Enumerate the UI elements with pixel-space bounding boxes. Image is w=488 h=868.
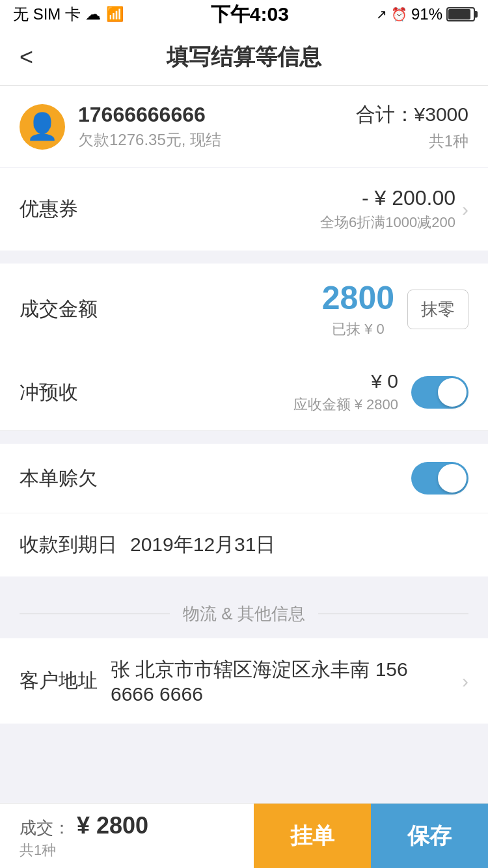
coupon-label: 优惠券 bbox=[20, 196, 78, 223]
footer-info: 成交： ¥ 2800 共1种 bbox=[0, 812, 254, 860]
battery-percent: 91% bbox=[411, 5, 442, 23]
customer-phone: 17666666666 bbox=[78, 103, 221, 127]
alarm-icon: ⏰ bbox=[391, 7, 407, 22]
credit-toggle[interactable] bbox=[411, 462, 468, 495]
customer-card: 👤 17666666666 欠款1276.35元, 现结 合计：¥3000 共1… bbox=[0, 86, 488, 167]
nav-bar: < 填写结算等信息 bbox=[0, 29, 488, 86]
wifi-icon: 📶 bbox=[106, 6, 124, 23]
no-sim-text: 无 SIM 卡 ☁ bbox=[13, 4, 101, 25]
status-left: 无 SIM 卡 ☁ 📶 bbox=[13, 4, 124, 25]
address-chevron-icon: › bbox=[462, 670, 468, 692]
customer-right: 合计：¥3000 共1种 bbox=[356, 102, 468, 152]
footer-amount: ¥ 2800 bbox=[77, 812, 148, 839]
deal-amount-value-col: 2800 已抹 ¥ 0 bbox=[322, 279, 394, 339]
save-button[interactable]: 保存 bbox=[371, 804, 488, 869]
coupon-row[interactable]: 优惠券 - ¥ 200.00 全场6折满1000减200 › bbox=[0, 168, 488, 251]
total-count: 共1种 bbox=[356, 131, 468, 152]
deal-amount-value: 2800 bbox=[322, 279, 394, 317]
logistics-title: 物流 & 其他信息 bbox=[183, 603, 305, 625]
section-divider-2 bbox=[0, 431, 488, 444]
deal-amount-right: 2800 已抹 ¥ 0 抹零 bbox=[322, 279, 468, 339]
deal-amount-label: 成交金额 bbox=[20, 296, 98, 323]
round-down-button[interactable]: 抹零 bbox=[407, 290, 468, 329]
deal-amount-sub: 已抹 ¥ 0 bbox=[322, 319, 394, 339]
due-date-row: 收款到期日 2019年12月31日 bbox=[0, 513, 488, 576]
section-divider-3 bbox=[0, 576, 488, 590]
coupon-text: - ¥ 200.00 全场6折满1000减200 bbox=[320, 186, 455, 232]
credit-label: 本单赊欠 bbox=[20, 465, 98, 492]
prepay-amount-col: ¥ 0 应收金额 ¥ 2800 bbox=[293, 370, 398, 414]
section-divider-1 bbox=[0, 251, 488, 264]
coupon-description: 全场6折满1000减200 bbox=[320, 213, 455, 232]
prepay-amount: ¥ 0 bbox=[293, 370, 398, 392]
prepay-label: 冲预收 bbox=[20, 379, 78, 406]
bottom-footer: 成交： ¥ 2800 共1种 挂单 保存 bbox=[0, 803, 488, 868]
status-bar: 无 SIM 卡 ☁ 📶 下午4:03 ↗ ⏰ 91% bbox=[0, 0, 488, 29]
coupon-chevron-icon: › bbox=[462, 198, 468, 221]
customer-debt: 欠款1276.35元, 现结 bbox=[78, 129, 221, 150]
avatar-icon: 👤 bbox=[26, 111, 59, 142]
address-label: 客户地址 bbox=[20, 668, 98, 694]
status-time: 下午4:03 bbox=[211, 1, 289, 28]
address-value: 张 北京市市辖区海淀区永丰南 156 6666 6666 bbox=[111, 657, 449, 705]
prepay-toggle-knob bbox=[438, 378, 467, 407]
status-right: ↗ ⏰ 91% bbox=[376, 5, 475, 23]
credit-row: 本单赊欠 bbox=[0, 444, 488, 513]
logistics-line-left bbox=[20, 614, 170, 614]
due-date-label: 收款到期日 bbox=[20, 532, 117, 558]
pending-button[interactable]: 挂单 bbox=[254, 804, 371, 869]
address-row[interactable]: 客户地址 张 北京市市辖区海淀区永丰南 156 6666 6666 › bbox=[0, 638, 488, 724]
due-date-value: 2019年12月31日 bbox=[130, 532, 275, 558]
total-amount: 合计：¥3000 bbox=[356, 102, 468, 128]
main-content: 👤 17666666666 欠款1276.35元, 现结 合计：¥3000 共1… bbox=[0, 86, 488, 868]
prepay-sub: 应收金额 ¥ 2800 bbox=[293, 395, 398, 414]
logistics-header: 物流 & 其他信息 bbox=[0, 590, 488, 638]
back-button[interactable]: < bbox=[20, 44, 33, 71]
footer-info-row: 成交： ¥ 2800 bbox=[20, 812, 234, 839]
location-icon: ↗ bbox=[376, 7, 387, 22]
footer-deal-label: 成交： bbox=[20, 817, 70, 839]
prepay-row: 冲预收 ¥ 0 应收金额 ¥ 2800 bbox=[0, 355, 488, 431]
battery-icon bbox=[446, 7, 475, 21]
page-title: 填写结算等信息 bbox=[167, 42, 321, 72]
prepay-right: ¥ 0 应收金额 ¥ 2800 bbox=[293, 370, 468, 414]
logistics-line-right bbox=[318, 614, 468, 614]
total-value: ¥3000 bbox=[414, 103, 468, 125]
form-section: 成交金额 2800 已抹 ¥ 0 抹零 冲预收 ¥ 0 应收金额 ¥ 2800 bbox=[0, 264, 488, 431]
coupon-right: - ¥ 200.00 全场6折满1000减200 › bbox=[320, 186, 468, 232]
deal-amount-row: 成交金额 2800 已抹 ¥ 0 抹零 bbox=[0, 264, 488, 355]
prepay-toggle[interactable] bbox=[411, 376, 468, 409]
customer-info: 17666666666 欠款1276.35元, 现结 bbox=[78, 103, 221, 150]
total-label: 合计： bbox=[356, 103, 414, 125]
credit-section: 本单赊欠 收款到期日 2019年12月31日 bbox=[0, 444, 488, 576]
customer-left: 👤 17666666666 欠款1276.35元, 现结 bbox=[20, 103, 221, 150]
avatar: 👤 bbox=[20, 104, 65, 150]
credit-toggle-knob bbox=[438, 464, 467, 493]
coupon-discount: - ¥ 200.00 bbox=[320, 186, 455, 210]
footer-count: 共1种 bbox=[20, 841, 234, 860]
